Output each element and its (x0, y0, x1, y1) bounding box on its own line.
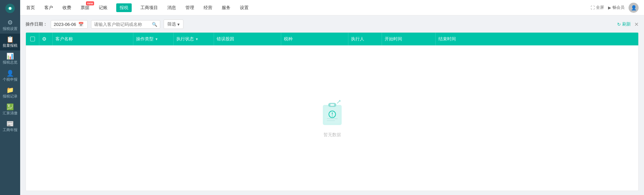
toolbar-right: ↻ 刷新 ✕ (617, 21, 639, 28)
gear-icon[interactable]: ⚙ (42, 36, 46, 42)
refresh-button[interactable]: ↻ 刷新 (617, 21, 631, 27)
table-header: ⚙ 客户名称 操作类型 ▼ 执行状态 ▼ 错误股因 (26, 33, 638, 45)
annual-report-icon: 📰 (6, 121, 14, 127)
sidebar-item-label: 报税总览 (3, 60, 17, 65)
sidebar: ⚙ 报税设置 📋 批量报税 📊 报税总览 👤 个税申报 📁 报税记录 💹 汇算清… (0, 0, 20, 195)
col-error-reason: 错误股因 (214, 33, 281, 45)
nav-business[interactable]: 工商项目 (140, 3, 159, 12)
personal-tax-icon: 👤 (6, 70, 14, 76)
fullscreen-btn[interactable]: ⛶ 全屏 (591, 5, 604, 10)
topnav-left: 首页 客户 收费 票据 new 记账 报税 工商项目 消息 管理 经营 服务 设… (26, 3, 249, 12)
sidebar-item-tax-records[interactable]: 📁 报税记录 (0, 84, 20, 101)
calendar-icon: 📅 (78, 22, 84, 27)
empty-state: 暂无数据 (319, 98, 346, 138)
sidebar-item-label: 报税设置 (3, 27, 17, 31)
close-button[interactable]: ✕ (634, 21, 639, 28)
settlement-icon: 💹 (6, 104, 14, 110)
sidebar-item-personal-tax[interactable]: 👤 个税申报 (0, 68, 20, 84)
col-start-time: 开始时间 (382, 33, 436, 45)
nav-client[interactable]: 客户 (44, 3, 54, 12)
nav-invoice[interactable]: 票据 new (80, 3, 90, 12)
topnav-right: ⛶ 全屏 ▶ 畅会员 👤 (591, 3, 639, 13)
date-value: 2023-06-06 (54, 22, 76, 27)
chevron-down-icon: ▾ (177, 22, 180, 27)
sort-icon: ▼ (195, 37, 199, 41)
header-checkbox[interactable] (30, 37, 35, 41)
search-input[interactable] (94, 22, 151, 27)
avatar-icon: 👤 (631, 5, 637, 10)
table-body: 暂无数据 (26, 45, 638, 191)
svg-rect-5 (330, 104, 334, 106)
sidebar-item-settlement[interactable]: 💹 汇算清缴 (0, 101, 20, 118)
svg-point-1 (9, 7, 11, 10)
sidebar-item-label: 个税申报 (3, 77, 17, 82)
tax-records-icon: 📁 (6, 87, 14, 93)
sidebar-item-tax-settings[interactable]: ⚙ 报税设置 (0, 17, 20, 34)
nav-settings[interactable]: 设置 (239, 3, 249, 12)
sidebar-item-batch-tax[interactable]: 📋 批量报税 (0, 34, 20, 50)
sidebar-item-label: 汇算清缴 (3, 111, 17, 115)
svg-line-9 (337, 101, 340, 103)
batch-tax-icon: 📋 (6, 36, 14, 42)
sort-icon: ▼ (155, 37, 158, 41)
sidebar-item-label: 报税记录 (3, 94, 17, 99)
nav-service[interactable]: 服务 (221, 3, 231, 12)
sidebar-item-tax-overview[interactable]: 📊 报税总览 (0, 50, 20, 67)
fullscreen-icon: ⛶ (591, 5, 595, 10)
col-exec-status[interactable]: 执行状态 ▼ (174, 33, 214, 45)
member-btn[interactable]: ▶ 畅会员 (608, 5, 625, 10)
sidebar-item-label: 批量报税 (3, 43, 17, 48)
filter-label: 筛选 (167, 21, 176, 27)
col-end-time: 结束时间 (436, 33, 483, 45)
content-area: 操作日期： 2023-06-06 📅 🔍 筛选 ▾ ↻ 刷新 (20, 15, 644, 195)
empty-illustration (319, 98, 346, 128)
tax-overview-icon: 📊 (6, 53, 14, 59)
col-client-name: 客户名称 (53, 33, 133, 45)
nav-finance[interactable]: 经营 (203, 3, 213, 12)
nav-fee[interactable]: 收费 (62, 3, 72, 12)
table-container: ⚙ 客户名称 操作类型 ▼ 执行状态 ▼ 错误股因 (26, 32, 639, 191)
date-label: 操作日期： (26, 21, 47, 27)
avatar[interactable]: 👤 (629, 3, 639, 13)
search-icon: 🔍 (152, 22, 157, 27)
svg-rect-7 (332, 112, 333, 115)
search-box[interactable]: 🔍 (91, 20, 160, 29)
nav-message[interactable]: 消息 (167, 3, 177, 12)
nav-account[interactable]: 记账 (98, 3, 108, 12)
nav-home[interactable]: 首页 (26, 3, 36, 12)
refresh-label: 刷新 (622, 21, 631, 27)
svg-rect-12 (327, 120, 335, 121)
new-badge: new (86, 1, 94, 5)
sidebar-logo (0, 0, 20, 17)
tax-settings-icon: ⚙ (7, 20, 13, 26)
col-executor: 执行人 (348, 33, 382, 45)
col-checkbox[interactable] (26, 33, 39, 45)
svg-rect-11 (327, 118, 338, 119)
member-label: 畅会员 (612, 5, 625, 10)
col-tax-type: 税种 (281, 33, 348, 45)
main-area: 首页 客户 收费 票据 new 记账 报税 工商项目 消息 管理 经营 服务 设… (20, 0, 644, 195)
nav-manage[interactable]: 管理 (185, 3, 195, 12)
sidebar-item-label: 工商年报 (3, 128, 17, 132)
nav-tax[interactable]: 报税 (116, 3, 132, 12)
fullscreen-label: 全屏 (596, 5, 604, 10)
svg-point-8 (332, 116, 332, 116)
sidebar-item-annual-report[interactable]: 📰 工商年报 (0, 118, 20, 135)
content-main: 操作日期： 2023-06-06 📅 🔍 筛选 ▾ ↻ 刷新 (20, 15, 644, 195)
col-op-type[interactable]: 操作类型 ▼ (133, 33, 174, 45)
date-input[interactable]: 2023-06-06 📅 (51, 20, 88, 29)
topnav: 首页 客户 收费 票据 new 记账 报税 工商项目 消息 管理 经营 服务 设… (20, 0, 644, 15)
refresh-icon: ↻ (617, 22, 621, 27)
filter-button[interactable]: 筛选 ▾ (164, 20, 183, 29)
video-icon: ▶ (608, 5, 611, 10)
empty-text: 暂无数据 (324, 132, 341, 138)
col-gear[interactable]: ⚙ (39, 33, 53, 45)
toolbar: 操作日期： 2023-06-06 📅 🔍 筛选 ▾ ↻ 刷新 (26, 20, 639, 29)
